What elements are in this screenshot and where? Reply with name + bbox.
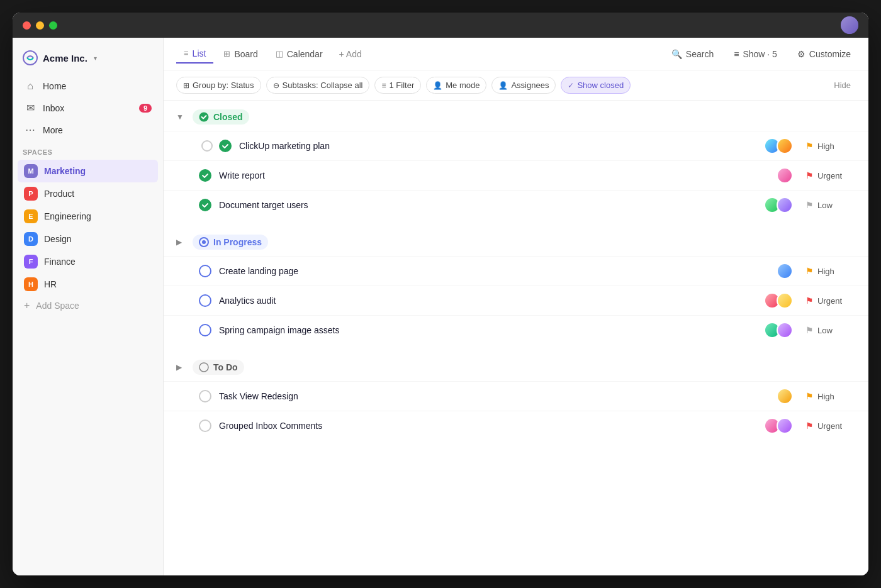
finance-letter: F — [29, 258, 33, 265]
table-row[interactable]: Spring campaign image assets ⚑ Low — [164, 315, 868, 345]
add-space-label: Add Space — [36, 301, 79, 311]
priority-flag-icon: ⚑ — [805, 325, 814, 335]
avatar — [777, 388, 793, 404]
design-letter: D — [28, 235, 33, 243]
task-assignees — [764, 197, 793, 213]
workspace-chevron-icon: ▾ — [94, 55, 97, 62]
task-status-icon[interactable] — [199, 324, 211, 336]
avatar — [777, 167, 793, 184]
show-button[interactable]: ≡ Show · 5 — [729, 47, 782, 62]
assignees-chip[interactable]: 👤 Assignees — [491, 77, 556, 94]
priority-label: High — [817, 141, 834, 151]
task-status-icon[interactable] — [219, 140, 232, 152]
task-name: Task View Redesign — [219, 391, 777, 401]
table-row[interactable]: Analytics audit ⚑ Urgent — [164, 286, 868, 315]
task-name: Write report — [219, 170, 777, 180]
svg-point-0 — [23, 51, 37, 65]
close-button[interactable] — [23, 21, 31, 30]
avatar — [777, 292, 793, 309]
filter-bar: ⊞ Group by: Status ⊖ Subtasks: Collapse … — [164, 70, 868, 101]
maximize-button[interactable] — [49, 21, 57, 30]
priority-label: Urgent — [817, 421, 842, 431]
search-button[interactable]: 🔍 Search — [666, 47, 719, 62]
avatar — [777, 322, 793, 338]
task-name: Analytics audit — [219, 296, 764, 306]
sidebar-item-finance[interactable]: F Finance — [18, 250, 158, 273]
chevron-in-progress-icon: ▶ — [176, 238, 186, 247]
group-by-chip[interactable]: ⊞ Group by: Status — [176, 77, 261, 94]
task-status-icon[interactable] — [199, 294, 211, 307]
me-mode-chip[interactable]: 👤 Me mode — [426, 77, 486, 94]
priority-label: Low — [817, 326, 833, 335]
subtasks-chip[interactable]: ⊖ Subtasks: Collapse all — [266, 77, 370, 94]
sidebar-item-hr[interactable]: H HR — [18, 273, 158, 296]
task-name: Grouped Inbox Comments — [219, 421, 764, 431]
row-select-checkbox[interactable] — [201, 140, 213, 152]
table-row[interactable]: Document target users ⚑ Low — [164, 190, 868, 219]
sidebar-item-more[interactable]: ⋯ More — [18, 119, 158, 141]
priority-label: High — [817, 392, 834, 401]
list-tab-icon: ≡ — [184, 48, 189, 58]
show-closed-chip[interactable]: ✓ Show closed — [561, 77, 631, 94]
tab-board[interactable]: ⊞ Board — [216, 45, 265, 63]
add-space-button[interactable]: + Add Space — [18, 296, 158, 316]
closed-label: Closed — [213, 112, 243, 122]
tab-list[interactable]: ≡ List — [176, 45, 213, 64]
task-assignees — [764, 138, 793, 154]
product-letter: P — [28, 190, 33, 197]
table-row[interactable]: Write report ⚑ Urgent — [164, 160, 868, 190]
check-icon — [201, 201, 209, 209]
task-assignees — [777, 388, 793, 404]
task-status-icon[interactable] — [199, 265, 211, 277]
product-dot: P — [24, 187, 38, 201]
task-status-icon[interactable] — [199, 169, 211, 182]
spaces-label: Spaces — [13, 141, 163, 160]
task-status-icon[interactable] — [199, 199, 211, 211]
tab-calendar[interactable]: ◫ Calendar — [268, 45, 330, 63]
sidebar-item-marketing[interactable]: M Marketing — [18, 160, 158, 182]
task-priority: ⚑ Urgent — [805, 296, 856, 306]
group-by-icon: ⊞ — [183, 81, 189, 90]
avatar — [777, 418, 793, 434]
task-status-icon[interactable] — [199, 390, 211, 402]
task-priority: ⚑ Urgent — [805, 421, 856, 431]
table-row[interactable]: Create landing page ⚑ High — [164, 256, 868, 286]
in-progress-status-badge: In Progress — [193, 235, 268, 250]
table-row[interactable]: Grouped Inbox Comments ⚑ Urgent — [164, 411, 868, 440]
sidebar-item-home[interactable]: ⌂ Home — [18, 75, 158, 97]
sidebar-item-inbox[interactable]: ✉ Inbox 9 — [18, 97, 158, 119]
priority-label: High — [817, 267, 834, 276]
assignees-label: Assignees — [511, 80, 549, 90]
task-assignees — [777, 263, 793, 279]
home-icon: ⌂ — [24, 80, 36, 92]
minimize-button[interactable] — [36, 21, 44, 30]
subtasks-label: Subtasks: Collapse all — [283, 80, 363, 90]
group-header-in-progress[interactable]: ▶ In Progress — [164, 226, 868, 256]
priority-label: Urgent — [817, 296, 842, 306]
filter-chip[interactable]: ≡ 1 Filter — [374, 77, 421, 94]
workspace-header[interactable]: Acme Inc. ▾ — [13, 45, 163, 75]
priority-label: Urgent — [817, 171, 842, 180]
finance-dot: F — [24, 255, 38, 269]
task-status-icon[interactable] — [199, 419, 211, 432]
task-assignees — [764, 292, 793, 309]
user-avatar[interactable] — [841, 16, 858, 34]
check-icon — [201, 172, 209, 179]
customize-button[interactable]: ⚙ Customize — [792, 47, 856, 62]
hide-button[interactable]: Hide — [829, 78, 856, 92]
table-row[interactable]: ⠿ ClickUp marketing plan ⚑ High — [164, 131, 868, 160]
inbox-badge: 9 — [139, 104, 152, 113]
add-view-button[interactable]: + Add — [333, 45, 368, 63]
svg-point-1 — [199, 113, 209, 122]
sidebar-item-product[interactable]: P Product — [18, 182, 158, 205]
group-header-closed[interactable]: ▼ Closed — [164, 101, 868, 131]
task-name: Document target users — [219, 200, 764, 210]
group-header-todo[interactable]: ▶ To Do — [164, 351, 868, 381]
task-assignees — [764, 418, 793, 434]
todo-label: To Do — [213, 362, 238, 372]
sidebar-item-design[interactable]: D Design — [18, 228, 158, 250]
table-row[interactable]: Task View Redesign ⚑ High — [164, 381, 868, 411]
priority-label: Low — [817, 201, 833, 210]
traffic-lights — [23, 21, 57, 30]
sidebar-item-engineering[interactable]: E Engineering — [18, 205, 158, 228]
